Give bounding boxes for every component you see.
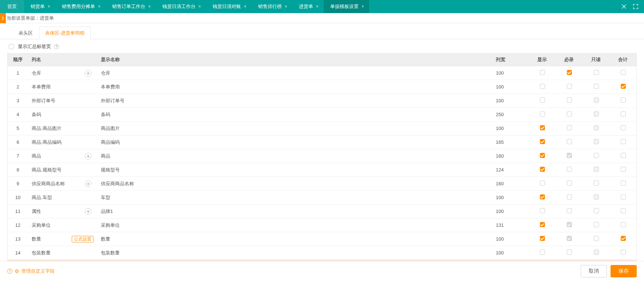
total-checkbox[interactable]	[621, 153, 626, 158]
tab-1[interactable]: 销售费用分摊单×	[55, 0, 106, 13]
cell-width[interactable]: 160	[492, 149, 529, 163]
close-icon[interactable]: ×	[244, 4, 246, 9]
cell-display[interactable]: 仓库	[97, 66, 492, 80]
required-checkbox[interactable]	[567, 125, 572, 130]
subtab-header-area[interactable]: 表头区	[12, 27, 39, 39]
required-checkbox[interactable]	[567, 208, 572, 213]
total-checkbox[interactable]	[621, 208, 626, 213]
readonly-checkbox[interactable]	[594, 153, 599, 158]
show-checkbox[interactable]	[540, 125, 545, 130]
formula-badge[interactable]: 公式设置	[72, 236, 94, 242]
tab-5[interactable]: 销售排行榜×	[252, 0, 292, 13]
close-icon[interactable]: ×	[285, 4, 287, 9]
cell-display[interactable]: 外部订单号	[97, 94, 492, 108]
cell-width[interactable]: 100	[492, 94, 529, 108]
cell-width[interactable]: 100	[492, 232, 529, 246]
show-checkbox[interactable]	[540, 111, 545, 116]
cell-display[interactable]: 本单费用	[97, 80, 492, 94]
cell-width[interactable]: 100	[492, 205, 529, 218]
cell-width[interactable]: 165	[492, 135, 529, 149]
required-checkbox[interactable]	[567, 250, 572, 255]
total-checkbox[interactable]	[621, 98, 626, 103]
table-row[interactable]: 12采购单位采购单位131	[8, 218, 636, 232]
readonly-checkbox[interactable]	[594, 181, 599, 186]
manage-custom-fields-link[interactable]: 管理自定义字段	[21, 268, 55, 274]
readonly-checkbox[interactable]	[594, 70, 599, 75]
tab-home[interactable]: 首页	[0, 0, 24, 13]
table-row[interactable]: 11属性+品牌1100	[8, 205, 636, 218]
add-icon[interactable]: +	[85, 153, 91, 159]
required-checkbox[interactable]	[567, 84, 572, 89]
close-icon[interactable]: ×	[198, 4, 201, 9]
cell-width[interactable]: 100	[492, 66, 529, 80]
show-summary-tab-checkbox[interactable]	[9, 44, 14, 49]
cell-width[interactable]: 160	[492, 177, 529, 191]
cell-display[interactable]: 规格型号	[97, 163, 492, 177]
total-checkbox[interactable]	[621, 250, 626, 255]
close-icon[interactable]: ×	[361, 4, 364, 9]
readonly-checkbox[interactable]	[594, 222, 599, 227]
cell-display[interactable]: 供应商商品名称	[97, 177, 492, 191]
table-row[interactable]: 4条码条码250	[8, 108, 636, 122]
cell-display[interactable]: 商品编码	[97, 135, 492, 149]
cell-width[interactable]: 100	[492, 191, 529, 205]
cell-width[interactable]: 100	[492, 122, 529, 135]
close-icon[interactable]: ×	[316, 4, 319, 9]
table-row[interactable]: 3外部订单号外部订单号100	[8, 94, 636, 108]
cell-width[interactable]: 124	[492, 163, 529, 177]
table-row[interactable]: 1仓库+仓库100	[8, 66, 636, 80]
show-checkbox[interactable]	[540, 153, 545, 158]
show-checkbox[interactable]	[540, 167, 545, 172]
required-checkbox[interactable]	[567, 98, 572, 103]
cell-display[interactable]: 品牌1	[97, 205, 492, 218]
add-icon[interactable]: +	[85, 208, 91, 215]
cell-display[interactable]: 商品图片	[97, 122, 492, 135]
total-checkbox[interactable]	[621, 70, 626, 75]
total-checkbox[interactable]	[621, 139, 626, 144]
required-checkbox[interactable]	[567, 111, 572, 116]
columns-table-wrap[interactable]: 顺序 列名 显示名称 列宽 显示 必录 只读 合计 1仓库+仓库1002本单费用…	[7, 53, 637, 261]
required-checkbox[interactable]	[567, 167, 572, 172]
tab-6[interactable]: 进货单×	[292, 0, 324, 13]
add-icon[interactable]: +	[85, 181, 91, 187]
show-checkbox[interactable]	[540, 70, 545, 75]
total-checkbox[interactable]	[621, 167, 626, 172]
table-row[interactable]: 13数量公式设置数量100	[8, 232, 636, 246]
required-checkbox[interactable]	[567, 70, 572, 75]
show-checkbox[interactable]	[540, 98, 545, 103]
total-checkbox[interactable]	[621, 125, 626, 130]
table-row[interactable]: 2本单费用本单费用100	[8, 80, 636, 94]
tab-0[interactable]: 销货单×	[24, 0, 55, 13]
cell-display[interactable]: 车型	[97, 191, 492, 205]
show-checkbox[interactable]	[540, 194, 545, 199]
show-checkbox[interactable]	[540, 139, 545, 144]
show-checkbox[interactable]	[540, 181, 545, 186]
readonly-checkbox[interactable]	[594, 84, 599, 89]
required-checkbox[interactable]	[567, 194, 572, 199]
show-checkbox[interactable]	[540, 250, 545, 255]
cell-display[interactable]: 数量	[97, 232, 492, 246]
show-checkbox[interactable]	[540, 222, 545, 227]
table-row[interactable]: 7商品+商品160	[8, 149, 636, 163]
tab-7[interactable]: 单据模板设置×	[324, 0, 369, 13]
tab-2[interactable]: 销售订单工作台×	[106, 0, 156, 13]
cancel-button[interactable]: 取消	[581, 265, 607, 277]
total-checkbox[interactable]	[621, 84, 626, 89]
close-all-icon[interactable]	[620, 3, 628, 11]
readonly-checkbox[interactable]	[594, 208, 599, 213]
total-checkbox[interactable]	[621, 181, 626, 186]
fullscreen-icon[interactable]	[632, 3, 640, 11]
table-row[interactable]: 14包装数量包装数量100	[8, 246, 636, 260]
cell-width[interactable]: 250	[492, 108, 529, 122]
close-icon[interactable]: ×	[48, 4, 50, 9]
help-icon[interactable]: ?	[54, 44, 59, 49]
save-button[interactable]: 保存	[611, 265, 637, 277]
cell-display[interactable]: 包装数量	[97, 246, 492, 260]
table-row[interactable]: 5商品.商品图片商品图片100	[8, 122, 636, 135]
show-checkbox[interactable]	[540, 208, 545, 213]
required-checkbox[interactable]	[567, 181, 572, 186]
tab-3[interactable]: 钱货日清工作台×	[156, 0, 206, 13]
cell-display[interactable]: 采购单位	[97, 218, 492, 232]
table-row[interactable]: 8商品.规格型号规格型号124	[8, 163, 636, 177]
subtab-body-detail[interactable]: 表体区-进货单明细	[39, 27, 91, 39]
